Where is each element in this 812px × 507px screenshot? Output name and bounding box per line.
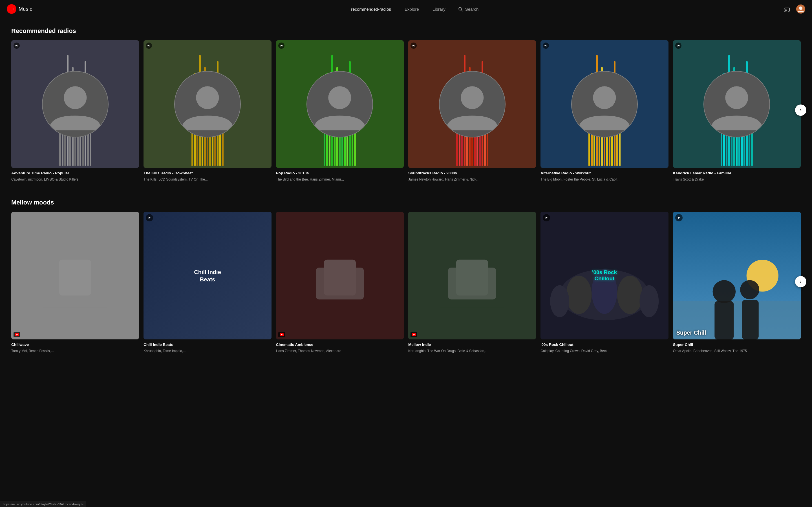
card-subtitle: Khruangbin, Tame Impala,… — [144, 349, 271, 353]
recommended-radios-title: Recommended radios — [11, 27, 801, 35]
search-button[interactable]: Search — [453, 4, 483, 14]
nav-links: recommended-radios Explore Library Searc… — [46, 4, 783, 14]
svg-point-53 — [740, 280, 759, 299]
svg-rect-33 — [324, 260, 356, 295]
svg-point-47 — [640, 285, 659, 317]
card-subtitle: The Kills, LCD Soundsystem, TV On The… — [144, 177, 271, 182]
card-title: The Kills Radio • Downbeat — [144, 171, 271, 176]
00s-rock-text: '00s RockChillout — [592, 269, 617, 282]
playlist-card[interactable]: Mellow Indie Khruangbin, The War On Drug… — [408, 212, 536, 353]
svg-point-17 — [461, 86, 484, 109]
svg-marker-56 — [678, 217, 680, 219]
radio-card[interactable]: Adventure Time Radio • Popular Cavetown,… — [11, 40, 139, 182]
card-subtitle: Omar Apollo, Babeheaven, Still Woozy, Th… — [673, 349, 801, 353]
radio-card[interactable]: The Kills Radio • Downbeat The Kills, LC… — [144, 40, 271, 182]
cast-button[interactable] — [783, 4, 792, 13]
svg-point-15 — [281, 45, 282, 46]
nav-explore[interactable]: Explore — [399, 4, 424, 14]
svg-point-43 — [566, 276, 592, 314]
playlist-card[interactable]: '00s RockChillout '00s Rock Chillout Col… — [541, 212, 668, 353]
logo[interactable]: Music — [7, 4, 33, 14]
svg-marker-30 — [149, 217, 151, 219]
svg-point-20 — [593, 86, 616, 109]
svg-point-18 — [413, 45, 414, 46]
play-icon — [675, 214, 682, 221]
card-title: Mellow Indie — [408, 342, 536, 348]
artist-avatar — [43, 71, 108, 137]
svg-line-4 — [461, 10, 462, 11]
artist-avatar — [572, 71, 637, 137]
playlist-card[interactable]: Chill IndieBeats Chill Indie Beats Khrua… — [144, 212, 271, 353]
svg-point-45 — [617, 276, 643, 314]
recommended-radios-row: Adventure Time Radio • Popular Cavetown,… — [11, 40, 801, 182]
radio-station-icon — [675, 43, 681, 49]
moods-next-button[interactable]: › — [795, 276, 806, 287]
top-nav: Music recommended-radios Explore Library… — [0, 0, 812, 18]
radio-station-icon — [13, 43, 20, 49]
card-title: Soundtracks Radio • 2000s — [408, 171, 536, 176]
user-avatar[interactable] — [796, 4, 805, 13]
card-subtitle: Hans Zimmer, Thomas Newman, Alexandre… — [276, 349, 404, 353]
card-title: Adventure Time Radio • Popular — [11, 171, 139, 176]
youtube-icon — [13, 332, 20, 337]
svg-point-9 — [16, 45, 17, 46]
radio-card[interactable]: Kendrick Lamar Radio • Familiar Travis S… — [673, 40, 801, 182]
nav-home[interactable]: recommended-radios — [345, 4, 397, 14]
svg-point-8 — [64, 86, 87, 109]
super-chill-text: Super Chill — [676, 330, 706, 336]
main-content: Recommended radios — [0, 18, 812, 387]
radio-station-icon — [278, 43, 285, 49]
svg-point-23 — [725, 86, 748, 109]
radios-next-button[interactable]: › — [795, 105, 806, 116]
artist-avatar — [175, 71, 240, 137]
card-title: Chillwave — [11, 342, 139, 348]
playlist-art — [43, 244, 107, 307]
svg-point-11 — [196, 86, 219, 109]
search-icon — [458, 6, 463, 11]
svg-rect-27 — [59, 260, 91, 295]
svg-rect-55 — [742, 300, 758, 340]
card-subtitle: Toro y Moi, Beach Fossils,… — [11, 349, 139, 353]
svg-point-6 — [799, 6, 802, 10]
playlist-card[interactable]: Super Chill Super Chill Omar Apollo, Bab… — [673, 212, 801, 353]
radio-card[interactable]: Pop Radio • 2010s The Bird and the Bee, … — [276, 40, 404, 182]
youtube-icon — [410, 332, 417, 337]
mellow-moods-title: Mellow moods — [11, 199, 801, 206]
svg-point-14 — [328, 86, 351, 109]
card-title: Cinematic Ambience — [276, 342, 404, 348]
card-title: '00s Rock Chillout — [541, 342, 668, 348]
playlist-overlay-text: Chill IndieBeats — [194, 269, 221, 283]
youtube-icon — [278, 332, 285, 337]
card-subtitle: Cavetown, mxmtoon, LIMBO & Studio Killer… — [11, 177, 139, 182]
avatar-icon — [796, 4, 805, 13]
card-subtitle: Khruangbin, The War On Drugs, Belle & Se… — [408, 349, 536, 353]
svg-rect-54 — [714, 301, 733, 339]
playlist-art — [440, 244, 504, 307]
svg-point-2 — [10, 8, 13, 10]
svg-point-52 — [712, 280, 735, 303]
card-title: Kendrick Lamar Radio • Familiar — [673, 171, 801, 176]
svg-marker-48 — [546, 217, 548, 219]
card-subtitle: The Big Moon, Foster the People, St. Luc… — [541, 177, 668, 182]
card-title: Pop Radio • 2010s — [276, 171, 404, 176]
svg-rect-38 — [456, 260, 488, 295]
svg-point-12 — [148, 45, 149, 46]
artist-avatar — [704, 71, 769, 137]
card-subtitle: The Bird and the Bee, Hans Zimmer, Miami… — [276, 177, 404, 182]
playlist-card[interactable]: Cinematic Ambience Hans Zimmer, Thomas N… — [276, 212, 404, 353]
nav-library[interactable]: Library — [427, 4, 451, 14]
recommended-radios-section: Recommended radios — [11, 27, 801, 182]
radio-card[interactable]: Soundtracks Radio • 2000s James Newton H… — [408, 40, 536, 182]
svg-point-46 — [550, 285, 569, 317]
mellow-moods-carousel: Chillwave Toro y Moi, Beach Fossils,… Ch… — [11, 212, 801, 353]
nav-right — [783, 4, 805, 13]
radio-card[interactable]: Alternative Radio • Workout The Big Moon… — [541, 40, 668, 182]
mellow-moods-row: Chillwave Toro y Moi, Beach Fossils,… Ch… — [11, 212, 801, 353]
mellow-moods-section: Mellow moods — [11, 199, 801, 353]
playlist-art — [308, 244, 372, 307]
card-subtitle: Coldplay, Counting Crows, David Gray, Be… — [541, 349, 668, 353]
artist-avatar — [440, 71, 505, 137]
playlist-card[interactable]: Chillwave Toro y Moi, Beach Fossils,… — [11, 212, 139, 353]
cast-icon — [784, 6, 791, 12]
card-title: Super Chill — [673, 342, 801, 348]
